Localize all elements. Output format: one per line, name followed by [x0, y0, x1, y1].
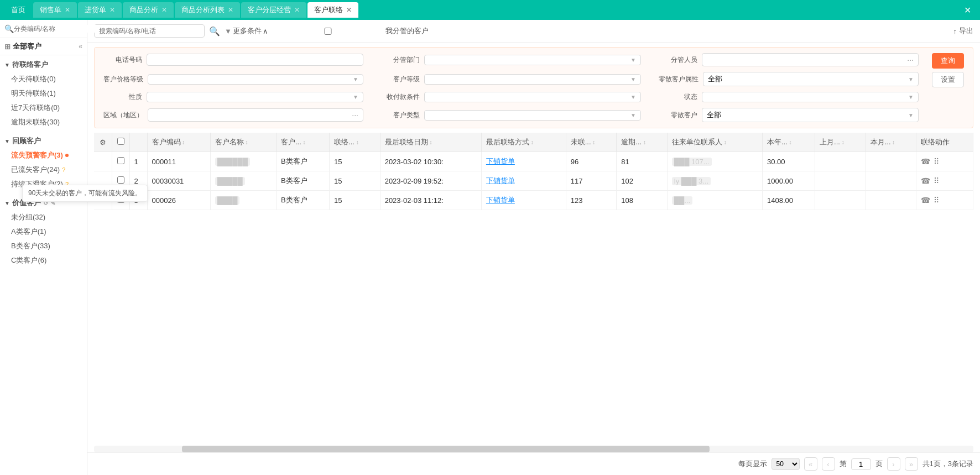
filter-icon: ▼	[225, 27, 232, 35]
tab-customer-connect[interactable]: 客户联络 ✕	[307, 2, 358, 18]
tab-analysis[interactable]: 商品分析 ✕	[123, 2, 174, 18]
sidebar-item-tomorrow[interactable]: 明天待联络(1)	[0, 86, 87, 101]
th-this-month[interactable]: 本月...	[866, 133, 916, 152]
td-unit-contact-2: ly ███ 3...	[667, 171, 762, 191]
tab-customer-connect-close[interactable]: ✕	[346, 6, 352, 14]
sidebar-item-churn-warning[interactable]: 流失预警客户(3)	[0, 148, 87, 163]
filter-customer-tier-select[interactable]: ▼	[424, 74, 641, 85]
th-last-contact-method[interactable]: 最后联络方式	[481, 133, 566, 152]
contact-icon-1[interactable]: ☎	[921, 157, 930, 166]
filter-retail-label: 零散客户	[659, 111, 697, 120]
sidebar-section-pending-title[interactable]: ▼ 待联络客户	[0, 58, 87, 72]
row-checkbox-2[interactable]	[117, 176, 124, 184]
sidebar-item-c-class-label: C类客户(6)	[11, 255, 46, 265]
tab-customer-tier[interactable]: 客户分层经营 ✕	[241, 2, 306, 18]
prev-page-button[interactable]: ‹	[822, 457, 835, 471]
filter-region-dots[interactable]: ···	[352, 111, 358, 119]
horizontal-scrollbar[interactable]	[94, 446, 973, 452]
tab-sales[interactable]: 销售单 ✕	[33, 2, 77, 18]
churn-arrow-icon: ▼	[4, 138, 10, 144]
sidebar-item-today[interactable]: 今天待联络(0)	[0, 72, 87, 86]
per-page-select[interactable]: 50 100 200	[772, 458, 800, 470]
more-action-icon-3[interactable]: ⠿	[934, 196, 939, 205]
sidebar-section-pending: ▼ 待联络客户 今天待联络(0) 明天待联络(1) 近7天待联络(0) 逾期未联…	[0, 55, 87, 132]
sidebar-search-input[interactable]	[14, 25, 97, 33]
sidebar-item-b-class[interactable]: B类客户(33)	[0, 239, 87, 253]
tab-analysis-list-close[interactable]: ✕	[228, 6, 233, 14]
blurred-name-1: ██████	[215, 158, 250, 166]
contact-method-link-3[interactable]: 下销货单	[486, 196, 515, 204]
th-last-contact-date[interactable]: 最后联络日期	[380, 133, 481, 152]
scrollbar-thumb[interactable]	[182, 446, 710, 452]
tab-purchase-close[interactable]: ✕	[110, 6, 115, 14]
tab-purchase[interactable]: 进货单 ✕	[78, 2, 122, 18]
th-contact[interactable]: 联络...	[330, 133, 380, 152]
next-page-button[interactable]: ›	[887, 457, 900, 471]
th-uncontacted[interactable]: 未联...	[566, 133, 617, 152]
last-page-button[interactable]: »	[905, 457, 918, 471]
sidebar-item-c-class[interactable]: C类客户(6)	[0, 253, 87, 268]
row-checkbox-1[interactable]	[117, 157, 124, 164]
settings-button[interactable]: 设置	[932, 72, 964, 87]
th-overdue[interactable]: 逾期...	[617, 133, 668, 152]
sidebar-item-7days[interactable]: 近7天待联络(0)	[0, 101, 87, 115]
export-button[interactable]: ↑ 导出	[953, 26, 974, 36]
tab-sales-close[interactable]: ✕	[65, 6, 70, 14]
sidebar-item-overdue[interactable]: 逾期未联络(30)	[0, 115, 87, 129]
settings-icon[interactable]: ⚙	[100, 138, 106, 147]
filter-dept-select[interactable]: ▼	[424, 55, 641, 65]
filter-manager-dots[interactable]: ···	[907, 55, 914, 64]
select-all-checkbox[interactable]	[117, 138, 124, 145]
td-this-year-2: 1000.00	[762, 171, 815, 191]
filter-manager-select[interactable]: ···	[702, 53, 919, 66]
tab-analysis-label: 商品分析	[129, 5, 158, 15]
search-input[interactable]	[94, 24, 205, 38]
th-name[interactable]: 客户名称	[210, 133, 276, 152]
th-type[interactable]: 客户...	[276, 133, 329, 152]
sidebar-item-a-class[interactable]: A类客户(1)	[0, 225, 87, 239]
contact-icon-2[interactable]: ☎	[921, 176, 930, 185]
filter-nature: 性质 ▼	[103, 92, 363, 102]
tab-customer-tier-close[interactable]: ✕	[294, 6, 300, 14]
td-action-3: ☎ ⠿	[916, 191, 973, 210]
td-uncontacted-2: 117	[566, 171, 617, 191]
filter-payment-select[interactable]: ▼	[424, 92, 641, 102]
next-btn-label: ›	[892, 460, 894, 468]
filter-customer-type-select[interactable]: ▼	[424, 110, 641, 121]
more-action-icon-1[interactable]: ⠿	[934, 157, 939, 166]
more-action-icon-2[interactable]: ⠿	[934, 176, 939, 185]
query-button[interactable]: 查询	[932, 53, 964, 69]
filter-status-select[interactable]: ▼	[702, 92, 919, 102]
filter-retail-attr-select[interactable]: 全部 ▼	[703, 72, 919, 86]
filter-phone-input[interactable]	[147, 54, 363, 66]
filter-region-select[interactable]: ···	[148, 108, 363, 122]
tab-analysis-list[interactable]: 商品分析列表 ✕	[175, 2, 240, 18]
sidebar-collapse-icon[interactable]: «	[79, 43, 82, 50]
first-page-button[interactable]: «	[804, 457, 817, 471]
filter-manager-label: 分管人员	[659, 55, 697, 65]
tab-analysis-close[interactable]: ✕	[161, 6, 167, 14]
tab-home[interactable]: 首页	[4, 2, 32, 18]
th-unit-contact[interactable]: 往来单位联系人	[667, 133, 762, 152]
th-settings[interactable]: ⚙	[94, 133, 112, 152]
my-customers-checkbox[interactable]	[273, 28, 383, 35]
th-this-year[interactable]: 本年...	[762, 133, 815, 152]
filter-price-tier-select[interactable]: ▼	[148, 74, 363, 85]
search-button[interactable]: 🔍	[209, 26, 220, 36]
filter-retail-attr: 零散客户属性 全部 ▼	[659, 72, 919, 86]
filter-retail-select[interactable]: 全部 ▼	[702, 108, 919, 122]
sidebar-section-churn-title[interactable]: ▼ 回顾客户	[0, 134, 87, 148]
window-close-button[interactable]: ✕	[960, 5, 976, 15]
sidebar-search-container: 🔍	[0, 20, 87, 38]
filter-nature-select[interactable]: ▼	[147, 92, 363, 102]
contact-method-link-1[interactable]: 下销货单	[486, 157, 515, 165]
contact-icon-3[interactable]: ☎	[921, 196, 930, 205]
th-last-month[interactable]: 上月...	[815, 133, 866, 152]
more-conditions-button[interactable]: ▼ 更多条件 ∧	[225, 26, 268, 36]
th-code[interactable]: 客户编码	[147, 133, 210, 152]
sidebar-item-ungroup[interactable]: 未分组(32)	[0, 210, 87, 225]
filter-manager: 分管人员 ···	[659, 53, 919, 66]
contact-method-link-2[interactable]: 下销货单	[486, 176, 515, 185]
page-jump-input[interactable]	[851, 458, 871, 470]
sidebar-item-churned[interactable]: 已流失客户(24) ?	[0, 163, 87, 177]
